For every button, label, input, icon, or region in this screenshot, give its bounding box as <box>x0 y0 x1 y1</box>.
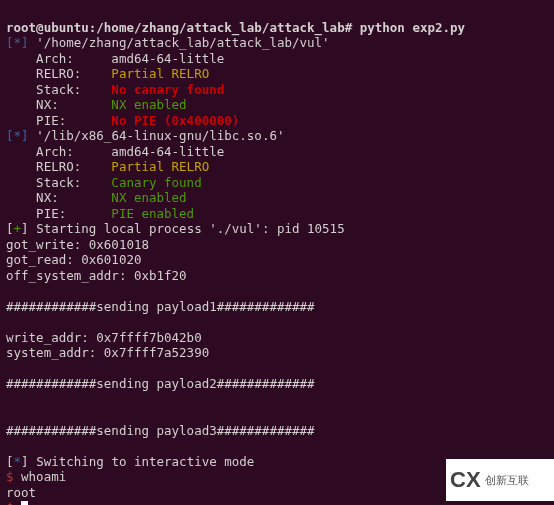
bracket-close-4: ] <box>21 454 29 469</box>
got-write-line: got_write: 0x601018 <box>6 237 149 252</box>
pie-label-1: PIE: <box>6 113 111 128</box>
whoami-output: root <box>6 485 36 500</box>
arch-val-1: amd64-64-little <box>111 51 224 66</box>
nx-label-2: NX: <box>6 190 111 205</box>
system-addr-line: system_addr: 0x7ffff7a52390 <box>6 345 209 360</box>
relro-label-2: RELRO: <box>6 159 111 174</box>
bracket-open-3: [ <box>6 221 14 236</box>
nx-label-1: NX: <box>6 97 111 112</box>
start-process-line: Starting local process './vul': pid 1051… <box>36 221 345 236</box>
bracket-open: [ <box>6 35 14 50</box>
shell-prompt-1: $ <box>6 469 14 484</box>
shell-command-line: root@ubuntu:/home/zhang/attack_lab/attac… <box>6 20 465 35</box>
pie-label-2: PIE: <box>6 206 111 221</box>
star-marker: * <box>14 35 22 50</box>
stack-val-2: Canary found <box>111 175 201 190</box>
bracket-close: ] <box>21 35 29 50</box>
got-read-line: got_read: 0x601020 <box>6 252 141 267</box>
stack-val-1: No canary found <box>111 82 224 97</box>
plus-marker: + <box>14 221 22 236</box>
nx-val-2: NX enabled <box>111 190 186 205</box>
bracket-close-3: ] <box>21 221 29 236</box>
stack-label-2: Stack: <box>6 175 111 190</box>
nx-val-1: NX enabled <box>111 97 186 112</box>
interactive-line: Switching to interactive mode <box>36 454 254 469</box>
file-path-2: '/lib/x86_64-linux-gnu/libc.so.6' <box>36 128 284 143</box>
arch-label-2: Arch: <box>6 144 111 159</box>
arch-val-2: amd64-64-little <box>111 144 224 159</box>
relro-val-1: Partial RELRO <box>111 66 209 81</box>
payload1-line: ############sending payload1############… <box>6 299 315 314</box>
pie-val-1: No PIE (0x400000) <box>111 113 239 128</box>
star-marker-2: * <box>14 128 22 143</box>
watermark-text: 创新互联 <box>485 475 529 486</box>
payload2-line: ############sending payload2############… <box>6 376 315 391</box>
arch-label-1: Arch: <box>6 51 111 66</box>
shell-prompt-2: $ <box>6 500 14 505</box>
cursor[interactable] <box>21 501 28 505</box>
terminal-output[interactable]: root@ubuntu:/home/zhang/attack_lab/attac… <box>0 0 554 505</box>
payload3-line: ############sending payload3############… <box>6 423 315 438</box>
file-path-1: '/home/zhang/attack_lab/attack_lab/vul' <box>36 35 330 50</box>
bracket-close-2: ] <box>21 128 29 143</box>
off-system-line: off_system_addr: 0xb1f20 <box>6 268 187 283</box>
relro-val-2: Partial RELRO <box>111 159 209 174</box>
watermark-logo: CX <box>450 467 481 493</box>
stack-label-1: Stack: <box>6 82 111 97</box>
write-addr-line: write_addr: 0x7ffff7b042b0 <box>6 330 202 345</box>
relro-label-1: RELRO: <box>6 66 111 81</box>
pie-val-2: PIE enabled <box>111 206 194 221</box>
whoami-command: whoami <box>21 469 66 484</box>
bracket-open-2: [ <box>6 128 14 143</box>
bracket-open-4: [ <box>6 454 14 469</box>
star-marker-3: * <box>14 454 22 469</box>
watermark: CX 创新互联 <box>446 459 554 501</box>
